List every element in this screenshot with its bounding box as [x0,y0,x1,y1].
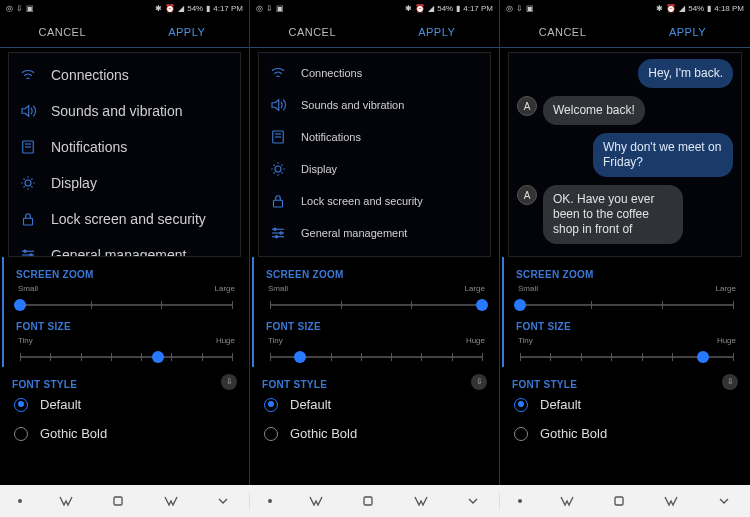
controls-section: SCREEN ZOOM Small Large FONT SIZE Tiny H… [2,257,249,367]
slider[interactable] [516,347,738,367]
settings-row-label: General management [301,227,407,239]
slider-thumb[interactable] [697,351,709,363]
radio-label: Gothic Bold [540,426,607,441]
cancel-button[interactable]: CANCEL [250,16,375,47]
settings-row-wifi[interactable]: Connections [9,57,240,93]
slider-thumb[interactable] [14,299,26,311]
slider[interactable] [266,295,487,315]
settings-row-general[interactable]: General management [259,217,490,249]
font-option-gothic bold[interactable]: Gothic Bold [262,419,487,448]
bluetooth-icon: ✱ [155,4,162,13]
preview-pane: Connections Sounds and vibration Notific… [258,52,491,257]
font-style-section: FONT STYLE ⇩ Default Gothic Bold [500,367,750,448]
general-icon [269,224,287,242]
battery-icon: ▮ [206,4,210,13]
preview-pane: Connections Sounds and vibration Notific… [8,52,241,257]
action-header: CANCEL APPLY [500,16,750,48]
download-indicator-icon: ⇩ [516,4,523,13]
slider-thumb[interactable] [294,351,306,363]
back-icon[interactable] [663,493,679,509]
settings-row-notif[interactable]: Notifications [9,129,240,165]
home-icon[interactable] [110,493,126,509]
settings-row-lock[interactable]: Lock screen and security [9,201,240,237]
recent-apps-icon[interactable] [559,493,575,509]
download-fonts-icon[interactable]: ⇩ [471,374,487,390]
settings-row-lock[interactable]: Lock screen and security [259,185,490,217]
settings-row-label: Sounds and vibration [301,99,404,111]
download-fonts-icon[interactable]: ⇩ [221,374,237,390]
signal-icon: ◢ [178,4,184,13]
slider-min-label: Tiny [518,336,533,345]
controls-section: SCREEN ZOOM Small Large FONT SIZE Tiny H… [502,257,750,367]
radio-label: Default [540,397,581,412]
slider-max-label: Huge [466,336,485,345]
sent-bubble: Why don't we meet on Friday? [593,133,733,177]
menu-icon[interactable] [465,493,481,509]
settings-row-notif[interactable]: Notifications [259,121,490,153]
back-icon[interactable] [413,493,429,509]
svg-rect-15 [274,200,283,207]
settings-row-sound[interactable]: Sounds and vibration [9,93,240,129]
slider[interactable] [516,295,738,315]
font-option-default[interactable]: Default [12,390,237,419]
home-icon[interactable] [360,493,376,509]
font-option-gothic bold[interactable]: Gothic Bold [12,419,237,448]
app-indicator-icon: ▣ [276,4,284,13]
slider[interactable] [266,347,487,367]
slider[interactable] [16,295,237,315]
menu-icon[interactable] [716,493,732,509]
menu-icon[interactable] [215,493,231,509]
settings-row-general[interactable]: General management [9,237,240,257]
apply-button[interactable]: APPLY [625,16,750,47]
notif-icon [269,128,287,146]
settings-row-display[interactable]: Display [259,153,490,185]
recent-apps-icon[interactable] [308,493,324,509]
slider-max-label: Huge [717,336,736,345]
font-option-gothic bold[interactable]: Gothic Bold [512,419,738,448]
download-fonts-icon[interactable]: ⇩ [722,374,738,390]
settings-row-sound[interactable]: Sounds and vibration [259,89,490,121]
wifi-icon [19,66,37,84]
slider-thumb[interactable] [476,299,488,311]
radio-icon [514,427,528,441]
nav-dot [18,499,22,503]
phone-screen: ◎ ⇩ ▣ ✱ ⏰ ◢ 54% ▮ 4:17 PM CANCEL APPLY C… [250,0,500,485]
battery-icon: ▮ [456,4,460,13]
action-header: CANCEL APPLY [0,16,249,48]
settings-row-label: Display [301,163,337,175]
settings-row-display[interactable]: Display [9,165,240,201]
slider-thumb[interactable] [152,351,164,363]
apply-button[interactable]: APPLY [375,16,500,47]
bluetooth-icon: ✱ [656,4,663,13]
font-option-default[interactable]: Default [262,390,487,419]
preview-pane: Hey, I'm back. A Welcome back! Why don't… [508,52,742,257]
alarm-icon: ⏰ [415,4,425,13]
home-icon[interactable] [611,493,627,509]
radio-icon [264,398,278,412]
controls-section: SCREEN ZOOM Small Large FONT SIZE Tiny H… [252,257,499,367]
recent-apps-icon[interactable] [58,493,74,509]
slider-max-label: Large [215,284,235,293]
received-bubble: OK. Have you ever been to the coffee sho… [543,185,683,244]
cancel-button[interactable]: CANCEL [500,16,625,47]
cancel-button[interactable]: CANCEL [0,16,125,47]
settings-row-wifi[interactable]: Connections [259,57,490,89]
slider-max-label: Large [465,284,485,293]
slider-min-label: Tiny [18,336,33,345]
android-navbar [0,485,750,517]
font-option-default[interactable]: Default [512,390,738,419]
section-label: FONT SIZE [266,321,487,332]
slider-thumb[interactable] [514,299,526,311]
general-icon [19,246,37,257]
slider-labels: Tiny Huge [266,336,487,345]
back-icon[interactable] [163,493,179,509]
message-row: Hey, I'm back. [517,59,733,88]
slider[interactable] [16,347,237,367]
display-icon [19,174,37,192]
apply-button[interactable]: APPLY [125,16,250,47]
chat-indicator-icon: ◎ [506,4,513,13]
slider-labels: Tiny Huge [516,336,738,345]
sound-icon [269,96,287,114]
settings-row-label: Lock screen and security [301,195,423,207]
svg-point-3 [25,180,31,186]
